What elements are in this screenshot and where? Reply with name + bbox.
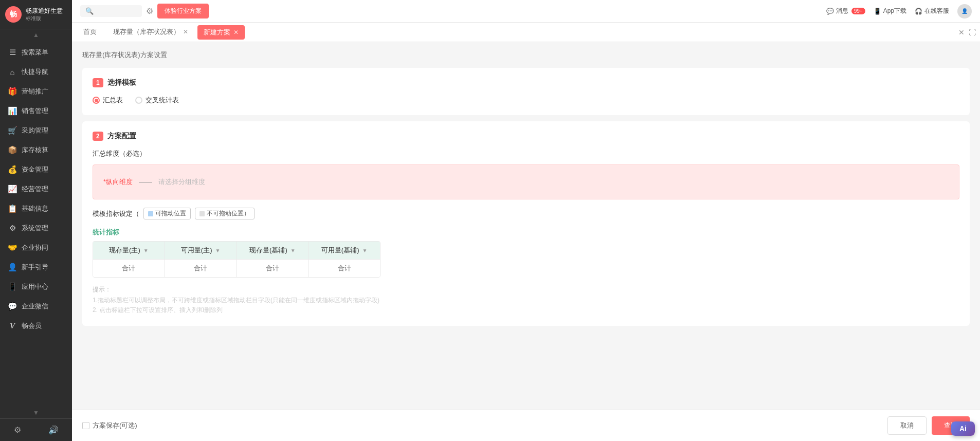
radio-summary-label: 汇总表 <box>103 96 123 105</box>
radio-summary[interactable]: 汇总表 <box>93 96 123 105</box>
sidebar-item-operations[interactable]: 📈 经营管理 <box>0 179 72 199</box>
cart-icon: 🛒 <box>7 126 17 135</box>
indicator-settings: 模板指标设定（ 可拖动位置 不可拖动位置） <box>93 208 959 219</box>
radio-summary-dot <box>93 97 100 104</box>
section1-title: 选择模板 <box>107 78 136 87</box>
sidebar-item-label: 库存核算 <box>22 145 48 155</box>
stats-cell-0-3: 合计 <box>308 260 380 277</box>
search-input[interactable] <box>96 8 126 15</box>
ai-float-button[interactable]: Ai <box>951 421 975 436</box>
sidebar-item-inventory[interactable]: 📦 库存核算 <box>0 140 72 160</box>
online-service-button[interactable]: 🎧 在线客服 <box>915 7 949 15</box>
search-area[interactable]: 🔍 <box>80 5 142 17</box>
message-icon: 💬 <box>826 8 834 15</box>
messages-label: 消息 <box>836 7 848 15</box>
tab-home[interactable]: 首页 <box>76 23 104 42</box>
stats-col-2[interactable]: 现存量(基辅) ▼ <box>237 242 309 259</box>
save-label: 方案保存(可选) <box>93 421 137 430</box>
user-icon: 👤 <box>7 263 17 272</box>
money-icon: 💰 <box>7 165 17 174</box>
stats-col-3-label: 可用量(基辅) <box>321 246 359 255</box>
sidebar-item-system[interactable]: ⚙ 系统管理 <box>0 218 72 238</box>
sidebar-item-shortcut[interactable]: ⌂ 快捷导航 <box>0 62 72 82</box>
tab-inventory-status[interactable]: 现存量（库存状况表） ✕ <box>106 23 195 42</box>
sidebar-scroll-down[interactable]: ▼ <box>33 409 39 416</box>
logo-badge: 标准版 <box>26 15 63 22</box>
chart-icon: 📊 <box>7 106 17 116</box>
sidebar-item-finance[interactable]: 💰 资金管理 <box>0 160 72 179</box>
stats-col-1[interactable]: 可用量(主) ▼ <box>165 242 237 259</box>
tab-minimize-icon[interactable]: ✕ <box>958 28 965 36</box>
online-service-label: 在线客服 <box>924 7 949 15</box>
sidebar-item-marketing[interactable]: 🎁 营销推广 <box>0 82 72 101</box>
sidebar-item-label: 系统管理 <box>22 224 48 233</box>
stats-row-0: 合计 合计 合计 合计 <box>93 259 380 277</box>
cancel-button[interactable]: 取消 <box>887 416 927 435</box>
messages-button[interactable]: 💬 消息 99+ <box>826 7 865 15</box>
tab-inventory-status-label: 现存量（库存状况表） <box>113 27 180 36</box>
sidebar-item-wechat[interactable]: 💬 企业微信 <box>0 297 72 316</box>
sidebar-item-basic[interactable]: 📋 基础信息 <box>0 199 72 218</box>
operations-icon: 📈 <box>7 185 17 194</box>
hint-item-0: 1.拖动标题栏可以调整布局，不可跨维度或指标区域拖动栏目字段(只能在同一维度或指… <box>93 296 959 305</box>
sidebar-nav: ☰ 搜索菜单 ⌂ 快捷导航 🎁 营销推广 📊 销售管理 🛒 采购管理 📦 库存核… <box>0 41 72 407</box>
stats-col-3[interactable]: 可用量(基辅) ▼ <box>308 242 380 259</box>
tab-new-scheme[interactable]: 新建方案 ✕ <box>197 25 245 40</box>
save-checkbox[interactable] <box>82 422 89 429</box>
sidebar-item-purchase[interactable]: 🛒 采购管理 <box>0 121 72 140</box>
indicator-label: 模板指标设定（ 可拖动位置 不可拖动位置） <box>93 208 959 219</box>
topbar-right: 💬 消息 99+ 📱 App下载 🎧 在线客服 👤 <box>826 4 972 19</box>
dimension-box[interactable]: *纵向维度 —— 请选择分组维度 <box>93 164 959 199</box>
step2-badge: 2 <box>93 132 103 141</box>
headset-icon: 🎧 <box>915 8 922 15</box>
avatar-placeholder: 👤 <box>961 8 968 14</box>
sidebar-item-sales[interactable]: 📊 销售管理 <box>0 101 72 121</box>
sidebar-item-label: 采购管理 <box>22 126 48 135</box>
stats-col-0-chevron: ▼ <box>143 248 149 253</box>
stats-title: 统计指标 <box>93 228 959 237</box>
stats-section: 统计指标 现存量(主) ▼ 可用量(主) ▼ 现存量(基辅) <box>93 228 959 279</box>
indicator-label-text: 模板指标设定（ <box>93 209 139 218</box>
radio-cross-label: 交叉统计表 <box>146 96 179 105</box>
section-template: 1 选择模板 汇总表 交叉统计表 <box>82 68 970 115</box>
sidebar-item-label: 企业协同 <box>22 243 48 252</box>
stats-col-2-chevron: ▼ <box>291 248 296 253</box>
radio-cross-dot <box>135 97 142 104</box>
sidebar-item-apps[interactable]: 📱 应用中心 <box>0 277 72 297</box>
draggable-badge: 可拖动位置 <box>143 208 191 219</box>
sidebar-item-member[interactable]: V 畅会员 <box>0 316 72 336</box>
speaker-button[interactable]: 🔊 <box>44 423 63 437</box>
sidebar-scroll-up[interactable]: ▲ <box>33 31 39 39</box>
page-title: 现存量(库存状况表)方案设置 <box>82 50 970 60</box>
tab-home-label: 首页 <box>83 27 97 36</box>
sidebar-item-label: 新手引导 <box>22 263 48 272</box>
tab-new-scheme-close[interactable]: ✕ <box>233 29 239 36</box>
section2-header: 2 方案配置 <box>93 132 959 141</box>
app-download-button[interactable]: 📱 App下载 <box>874 7 906 15</box>
phone-icon: 📱 <box>874 8 881 15</box>
sidebar-item-search[interactable]: ☰ 搜索菜单 <box>0 43 72 62</box>
hint-title: 提示： <box>93 285 959 294</box>
dim-placeholder: 请选择分组维度 <box>158 177 205 187</box>
stats-col-1-label: 可用量(主) <box>181 246 212 255</box>
dim-required-label: *纵向维度 <box>103 177 133 187</box>
radio-cross[interactable]: 交叉统计表 <box>135 96 179 105</box>
settings-button[interactable]: ⚙ <box>10 423 25 437</box>
tab-inventory-status-close[interactable]: ✕ <box>183 28 188 35</box>
section2-title: 方案配置 <box>107 132 136 141</box>
gear-icon[interactable]: ⚙ <box>146 6 153 16</box>
trial-button[interactable]: 体验行业方案 <box>157 4 209 19</box>
sidebar-item-newguide[interactable]: 👤 新手引导 <box>0 258 72 277</box>
tab-expand-icon[interactable]: ⛶ <box>969 28 976 36</box>
stats-col-0[interactable]: 现存量(主) ▼ <box>93 242 165 259</box>
user-avatar[interactable]: 👤 <box>957 4 972 19</box>
sidebar-item-cooperation[interactable]: 🤝 企业协同 <box>0 238 72 258</box>
hint-section: 提示： 1.拖动标题栏可以调整布局，不可跨维度或指标区域拖动栏目字段(只能在同一… <box>93 285 959 315</box>
step1-badge: 1 <box>93 78 103 87</box>
member-icon: V <box>7 322 17 330</box>
content-area: 现存量(库存状况表)方案设置 1 选择模板 汇总表 交叉统计表 2 <box>72 42 980 410</box>
stats-col-1-chevron: ▼ <box>215 248 221 253</box>
draggable-dot <box>148 211 153 216</box>
stats-col-3-chevron: ▼ <box>362 248 368 253</box>
sidebar-logo: 畅 畅康通好生意 标准版 <box>0 0 72 29</box>
